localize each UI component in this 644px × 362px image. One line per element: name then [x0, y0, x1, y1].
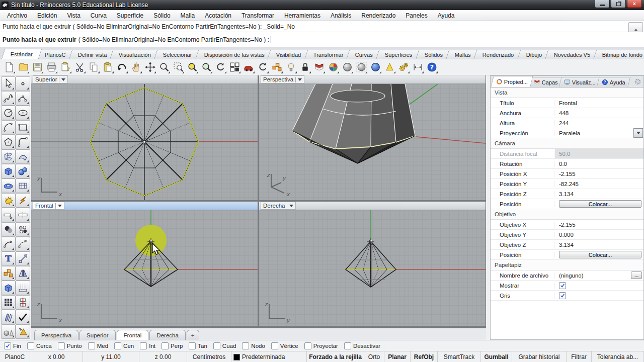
prop-value[interactable]: 3.134 — [555, 242, 643, 248]
status-refobj[interactable]: RefObj — [411, 351, 438, 362]
prop-value[interactable]: 0.000 — [555, 232, 643, 238]
lock-icon[interactable] — [298, 60, 312, 74]
posicion-colocar-button[interactable]: Colocar... — [559, 251, 641, 258]
toolbar-tab-transformar[interactable]: Transformar — [304, 50, 353, 59]
prop-value[interactable]: Frontal — [555, 100, 643, 106]
help-icon[interactable] — [425, 60, 439, 74]
title-bar[interactable]: Sin título - Rhinoceros 5.0 Educational … — [0, 0, 644, 10]
color-wheel-icon[interactable] — [326, 60, 340, 74]
select-pointer-icon[interactable] — [1, 76, 16, 91]
viewport-superior-canvas[interactable]: y x — [31, 84, 258, 200]
group-icon[interactable] — [1, 222, 16, 237]
viewport-derecha[interactable]: Derecha — [259, 202, 486, 326]
menu-herramientas[interactable]: Herramientas — [279, 11, 326, 20]
viewport-perspectiva[interactable]: Perspectiva — [259, 75, 486, 200]
text-icon[interactable] — [1, 251, 16, 266]
mesh-icon[interactable] — [16, 178, 30, 193]
ghosted-mode-icon[interactable] — [354, 60, 368, 74]
viewport-layout-icon[interactable] — [227, 60, 242, 74]
menu-edicion[interactable]: Edición — [32, 11, 62, 20]
toolbar-tab-visibilidad[interactable]: Visibilidad — [267, 50, 310, 59]
toolbar-tab-seleccionar[interactable]: Seleccionar — [154, 50, 201, 59]
single-point-icon[interactable] — [16, 76, 30, 91]
osnap-checkbox[interactable] — [4, 342, 11, 349]
array-icon[interactable] — [1, 266, 16, 281]
status-y-11-00[interactable]: y 11.00 — [83, 351, 139, 362]
circle-icon[interactable] — [1, 106, 16, 120]
primitives-icon[interactable] — [1, 324, 16, 339]
chevron-down-icon[interactable] — [298, 78, 302, 81]
menu-ayuda[interactable]: Ayuda — [433, 11, 460, 20]
status-gumball[interactable]: Gumball — [481, 351, 512, 362]
rotate-view-icon[interactable] — [143, 60, 157, 74]
viewport-tab-frontal[interactable]: Frontal — [117, 330, 149, 340]
menu-acotacion[interactable]: Acotación — [200, 11, 236, 20]
tab-capas[interactable]: Capas — [529, 77, 564, 87]
viewport-tab-superior[interactable]: Superior — [79, 330, 115, 340]
status-planar[interactable]: Planar — [384, 351, 411, 362]
solid-box-icon[interactable] — [1, 164, 16, 178]
restore-button[interactable] — [611, 0, 626, 8]
undo-icon[interactable] — [115, 60, 129, 74]
save-icon[interactable] — [30, 60, 44, 74]
osnap-checkbox[interactable] — [58, 342, 65, 349]
close-button[interactable]: × — [627, 0, 642, 8]
menu-curva[interactable]: Curva — [86, 11, 112, 20]
osnap-checkbox[interactable] — [213, 342, 220, 349]
zoom-extents-icon[interactable] — [199, 60, 213, 74]
viewport-superior[interactable]: Superior — [31, 75, 258, 200]
viewport-perspectiva-titlebar[interactable]: Perspectiva — [259, 75, 486, 84]
pan-view-icon[interactable] — [129, 60, 143, 74]
handle-curve-icon[interactable] — [16, 91, 30, 106]
osnap-cen[interactable]: Cen — [114, 342, 134, 349]
status-grabar-historial[interactable]: Grabar historial — [512, 351, 567, 362]
rotate-icon[interactable] — [256, 60, 270, 74]
toolbar-tab-disposicion-de-las-vistas[interactable]: Disposición de las vistas — [195, 50, 273, 59]
osnap-checkbox[interactable] — [271, 342, 278, 349]
osnap-checkbox[interactable] — [189, 342, 196, 349]
menu-malla[interactable]: Malla — [176, 11, 200, 20]
move-icon[interactable] — [242, 60, 256, 74]
chevron-down-icon[interactable] — [289, 205, 293, 207]
chevron-down-icon[interactable] — [61, 78, 65, 81]
prop-value[interactable]: -82.245 — [555, 181, 643, 187]
viewport-tab-add[interactable]: + — [187, 330, 199, 340]
command-history[interactable]: Punto hacia el que extruir ( Sólido=No E… — [0, 21, 644, 32]
menu-solido[interactable]: Sólido — [148, 11, 175, 20]
viewport-superior-titlebar[interactable]: Superior — [31, 75, 258, 84]
copy-to-clipboard-icon[interactable] — [58, 60, 72, 74]
toolbar-tab-estandar[interactable]: Estándar — [2, 49, 42, 59]
viewport-derecha-canvas[interactable]: z y — [259, 210, 486, 326]
zoom-dynamic-icon[interactable] — [157, 60, 171, 74]
rectangle-icon[interactable] — [16, 120, 30, 135]
osnap-med[interactable]: Med — [88, 342, 108, 349]
osnap-checkbox[interactable] — [304, 342, 311, 349]
tab-propiedades[interactable]: Propied... — [491, 76, 533, 87]
osnap-perp[interactable]: Perp — [162, 342, 183, 349]
osnap-checkbox[interactable] — [140, 342, 147, 349]
menu-superficie[interactable]: Superficie — [112, 11, 148, 20]
browse-button[interactable]: ... — [631, 272, 642, 279]
osnap-checkbox[interactable] — [114, 342, 121, 349]
viewport-tab-perspectiva[interactable]: Perspectiva — [34, 330, 78, 340]
zoom-window-icon[interactable] — [171, 60, 185, 74]
status-forzado-a-la-rejilla[interactable]: Forzado a la rejilla — [307, 351, 364, 362]
copy-icon[interactable] — [87, 60, 101, 74]
new-file-icon[interactable] — [2, 60, 16, 74]
osnap-checkbox[interactable] — [162, 342, 169, 349]
status-centimetros[interactable]: Centímetros — [187, 351, 231, 362]
osnap-checkbox[interactable] — [344, 342, 351, 349]
fillet-curve-icon[interactable] — [16, 135, 30, 149]
surface-points-icon[interactable] — [1, 149, 16, 164]
status-orto[interactable]: Orto — [364, 351, 384, 362]
viewport-derecha-titlebar[interactable]: Derecha — [259, 202, 486, 210]
trim-icon[interactable] — [1, 208, 16, 222]
mostrar-checkbox[interactable] — [559, 282, 566, 289]
osnap-tan[interactable]: Tan — [189, 342, 207, 349]
menu-vista[interactable]: Vista — [62, 11, 85, 20]
gris-checkbox[interactable] — [559, 292, 566, 299]
section-icon[interactable] — [16, 295, 30, 310]
prop-value[interactable]: 244 — [555, 120, 643, 126]
menu-archivo[interactable]: Archivo — [2, 11, 32, 20]
tab-visualizacion[interactable]: Visualiz... — [558, 77, 601, 87]
